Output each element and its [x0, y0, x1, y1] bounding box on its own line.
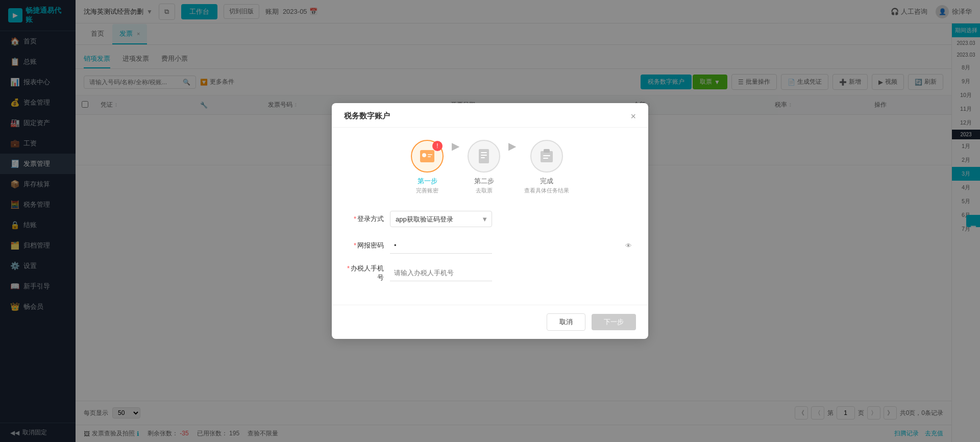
phone-control — [390, 265, 636, 281]
svg-rect-3 — [428, 156, 431, 157]
modal-close-button[interactable]: × — [630, 112, 636, 121]
eye-toggle-icon[interactable]: 👁 — [625, 242, 632, 250]
password-control: 👁 — [390, 237, 636, 254]
document-icon — [476, 148, 492, 164]
step-2-sublabel: 去取票 — [476, 187, 493, 194]
svg-rect-11 — [543, 158, 548, 159]
svg-rect-8 — [541, 151, 553, 162]
svg-rect-4 — [479, 149, 489, 163]
step-1-label: 第一步 — [418, 177, 437, 186]
phone-row: 办税人手机号 — [344, 264, 636, 282]
modal-header: 税务数字账户 × — [332, 103, 648, 128]
password-row: 网报密码 👁 — [344, 237, 636, 254]
login-method-select[interactable]: app获取验证码登录 账号密码登录 — [390, 211, 492, 227]
login-method-label: 登录方式 — [344, 214, 390, 224]
svg-rect-9 — [544, 149, 550, 153]
cancel-button[interactable]: 取消 — [547, 313, 585, 331]
step-1-badge: ! — [432, 141, 443, 151]
svg-rect-6 — [481, 155, 487, 156]
login-method-select-wrap: app获取验证码登录 账号密码登录 ▼ — [390, 211, 492, 227]
steps-indicator: ! 第一步 完善账密 ▶ — [344, 140, 636, 194]
step-3-label: 完成 — [540, 177, 553, 186]
tax-account-modal: 税务数字账户 × ! 第一步 — [332, 103, 648, 339]
modal-form: 登录方式 app获取验证码登录 账号密码登录 ▼ 网报密码 — [344, 211, 636, 282]
password-input-wrap: 👁 — [390, 237, 636, 254]
person-card-icon — [419, 148, 435, 164]
svg-rect-7 — [481, 157, 485, 158]
modal-body: ! 第一步 完善账密 ▶ — [332, 128, 648, 305]
step-3-sublabel: 查看具体任务结果 — [524, 187, 569, 194]
step-2-icon — [468, 140, 500, 173]
clipboard-icon — [538, 148, 555, 164]
password-label: 网报密码 — [344, 241, 390, 250]
step-3: 完成 查看具体任务结果 — [524, 140, 569, 194]
login-method-row: 登录方式 app获取验证码登录 账号密码登录 ▼ — [344, 211, 636, 227]
step-2-label: 第二步 — [474, 177, 494, 186]
next-step-button[interactable]: 下一步 — [592, 314, 636, 330]
modal-title: 税务数字账户 — [344, 111, 390, 121]
step-2: 第二步 去取票 — [468, 140, 500, 194]
login-method-control: app获取验证码登录 账号密码登录 ▼ — [390, 211, 636, 227]
svg-rect-2 — [428, 154, 432, 155]
svg-rect-0 — [420, 150, 434, 162]
phone-input[interactable] — [390, 265, 492, 281]
modal-overlay: 税务数字账户 × ! 第一步 — [0, 0, 980, 442]
step-1: ! 第一步 完善账密 — [411, 140, 444, 194]
svg-rect-5 — [481, 152, 487, 153]
phone-label: 办税人手机号 — [344, 264, 390, 282]
svg-rect-10 — [543, 155, 550, 156]
svg-point-1 — [422, 153, 426, 157]
step-arrow-1: ▶ — [444, 140, 468, 168]
step-1-icon: ! — [411, 140, 444, 173]
password-input[interactable] — [390, 237, 492, 254]
step-arrow-2: ▶ — [500, 140, 524, 168]
step-3-icon — [530, 140, 563, 173]
modal-footer: 取消 下一步 — [332, 305, 648, 339]
step-1-sublabel: 完善账密 — [416, 187, 438, 194]
